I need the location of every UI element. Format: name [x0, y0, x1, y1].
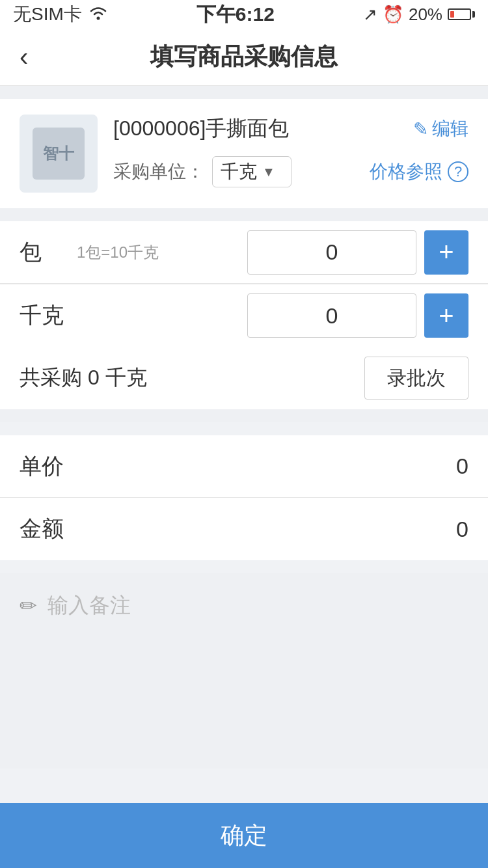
content-spacer [0, 638, 488, 768]
bag-input-row: 包 1包=10千克 0 + [0, 221, 488, 284]
product-top-row: [0000006]手撕面包 ✎ 编辑 [113, 115, 468, 143]
confirm-label: 确定 [221, 820, 267, 852]
status-right: ↗ ⏰ 20% [363, 5, 475, 25]
back-button[interactable]: ‹ [20, 42, 28, 72]
mid-divider-2 [0, 409, 488, 422]
total-unit: 千克 [105, 366, 147, 389]
battery-percent: 20% [409, 5, 442, 25]
product-info: [0000006]手撕面包 ✎ 编辑 采购单位： 千克 ▼ 价格参照 ? [113, 115, 468, 187]
price-ref-help-icon: ? [448, 161, 468, 182]
unit-label: 采购单位： [113, 159, 204, 184]
unit-price-value: 0 [456, 454, 468, 479]
unit-select[interactable]: 千克 ▼ [212, 156, 291, 187]
status-time: 下午6:12 [197, 1, 275, 28]
bag-plus-button[interactable]: + [424, 230, 468, 275]
input-section: 包 1包=10千克 0 + 千克 0 + [0, 221, 488, 347]
price-ref-button[interactable]: 价格参照 ? [370, 159, 468, 184]
edit-button[interactable]: ✎ 编辑 [413, 116, 468, 141]
summary-section: 共采购 0 千克 录批次 [0, 347, 488, 409]
edit-icon: ✎ [413, 118, 428, 140]
bag-input[interactable]: 0 [247, 230, 416, 275]
kg-input-row: 千克 0 + [0, 284, 488, 347]
batch-button[interactable]: 录批次 [364, 357, 468, 400]
top-divider [0, 86, 488, 99]
location-icon: ↗ [363, 5, 377, 25]
unit-price-row: 单价 0 [0, 435, 488, 498]
sim-text: 无SIM卡 [13, 2, 82, 27]
total-label: 共采购 [20, 366, 82, 389]
amount-row: 金额 0 [0, 498, 488, 560]
nav-bar: ‹ 填写商品采购信息 [0, 29, 488, 86]
unit-selector-group: 采购单位： 千克 ▼ [113, 156, 291, 187]
edit-label: 编辑 [432, 116, 468, 141]
product-unit-row: 采购单位： 千克 ▼ 价格参照 ? [113, 156, 468, 187]
total-amount: 0 [88, 366, 100, 389]
mid-divider-1 [0, 208, 488, 221]
price-section: 单价 0 金额 0 [0, 435, 488, 560]
product-title: 手撕面包 [206, 116, 289, 140]
amount-label: 金额 [20, 514, 64, 544]
product-code: [0000006] [113, 116, 206, 140]
product-card: 智十 [0000006]手撕面包 ✎ 编辑 采购单位： 千克 ▼ 价格参照 ? [0, 99, 488, 208]
wifi-icon [88, 4, 108, 25]
price-ref-label: 价格参照 [370, 159, 442, 184]
pencil-icon: ✏ [20, 593, 37, 618]
bag-sublabel: 1包=10千克 [77, 242, 159, 263]
product-name: [0000006]手撕面包 [113, 115, 289, 143]
kg-label: 千克 [20, 301, 72, 331]
product-image: 智十 [20, 115, 98, 193]
unit-value: 千克 [221, 159, 257, 184]
confirm-bar[interactable]: 确定 [0, 803, 488, 868]
unit-price-label: 单价 [20, 452, 64, 481]
note-placeholder: 输入备注 [47, 591, 131, 620]
unit-dropdown-arrow: ▼ [262, 165, 275, 180]
kg-input[interactable]: 0 [247, 293, 416, 338]
product-logo: 智十 [33, 128, 85, 180]
page-title: 填写商品采购信息 [150, 41, 338, 73]
kg-plus-button[interactable]: + [424, 293, 468, 338]
battery-icon [448, 8, 475, 20]
alarm-icon: ⏰ [383, 5, 403, 25]
status-left: 无SIM卡 [13, 2, 108, 27]
svg-point-0 [96, 17, 100, 20]
status-bar: 无SIM卡 下午6:12 ↗ ⏰ 20% [0, 0, 488, 29]
summary-text: 共采购 0 千克 [20, 364, 147, 392]
note-section[interactable]: ✏ 输入备注 [0, 573, 488, 638]
amount-value: 0 [456, 517, 468, 542]
bag-label: 包 [20, 237, 72, 267]
